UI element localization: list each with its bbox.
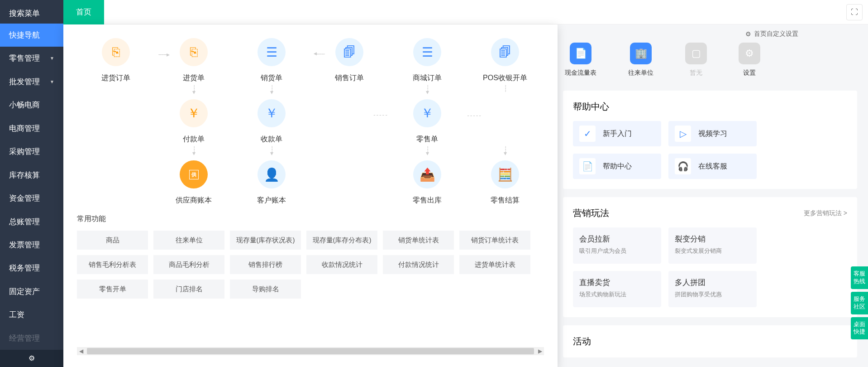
flow-node-retail-settlement[interactable]: 🧮 零售结算 [466,160,544,205]
tab-home[interactable]: 首页 [63,0,104,24]
fn-contacts[interactable]: 往来单位 [153,231,224,250]
sidebar-item-fixed-assets[interactable]: 固定资产 [0,280,63,303]
help-center[interactable]: 📄帮助中心 [573,154,661,179]
mkt-title: 裂变分销 [675,234,750,244]
tile-empty[interactable]: ▢ 暂无 [685,43,707,77]
help-newbie[interactable]: ✓新手入门 [573,121,661,146]
flow-label: 零售结算 [491,196,520,205]
badge-hotline[interactable]: 客服热线 [851,266,868,289]
flow-label: 商城订单 [413,73,442,83]
more-link[interactable]: 更多营销玩法 > [804,209,847,217]
fn-receipt-stats[interactable]: 收款情况统计 [306,255,377,274]
sidebar-item-funds[interactable]: 资金管理 [0,187,63,210]
sidebar-item-label: 经营管理 [9,333,40,343]
tile-contacts[interactable]: 🏢 往来单位 [628,43,653,77]
flow-node-pos[interactable]: 🗐 POS收银开单 [466,38,544,83]
sidebar-item-label: 固定资产 [9,286,40,297]
scroll-track[interactable] [85,347,536,355]
flow-node-customer-ledger[interactable]: 👤 客户账本 [233,160,310,205]
help-online[interactable]: 🎧在线客服 [668,154,757,179]
help-grid: ✓新手入门 ▷视频学习 📄帮助中心 🎧在线客服 [573,121,847,179]
money-icon: ￥ [413,99,441,127]
sidebar-item-label: 工资 [9,309,24,320]
tile-cashflow[interactable]: 📄 现金流量表 [565,43,596,77]
mkt-member[interactable]: 会员拉新吸引用户成为会员 [573,227,661,264]
sidebar-item-label: 资金管理 [9,193,40,203]
sidebar-item-salary[interactable]: 工资 [0,303,63,326]
sidebar-settings-button[interactable]: ⚙ [0,350,63,367]
fn-stock-dist[interactable]: 现存量(库存分布表) [306,231,377,250]
mkt-sub: 裂变式发展分销商 [675,247,750,255]
sidebar-item-operation[interactable]: 经营管理 [0,327,63,350]
flow-node-retail-outbound[interactable]: 📤 零售出库 [388,160,466,205]
flow-node-purchase-order[interactable]: ⎘ 进货订单 -----▸ [77,38,155,83]
mkt-fission[interactable]: 裂变分销裂变式发展分销商 [668,227,757,264]
mkt-group[interactable]: 多人拼团拼团购物享受优惠 [668,271,757,307]
sidebar-item-wholesale[interactable]: 批发管理▼ [0,70,63,93]
sidebar-item-retail[interactable]: 零售管理▼ [0,47,63,70]
fn-payment-stats[interactable]: 付款情况统计 [383,255,454,274]
flow-node-supplier-ledger[interactable]: 供 供应商账本 [155,160,233,205]
sidebar-item-search[interactable]: 搜索菜单 [0,0,63,24]
fn-guide-rank[interactable]: 导购排名 [230,280,301,299]
tab-label: 首页 [76,7,91,17]
sidebar-item-quicknav[interactable]: 快捷导航 [0,24,63,47]
fullscreen-button[interactable]: ⛶ [846,4,863,20]
horizontal-scrollbar[interactable]: ◀ ▶ [77,347,544,355]
flow-label: 进货订单 [101,73,130,83]
sidebar-item-ecom[interactable]: 电商管理 [0,117,63,140]
right-area: ⚙ 首页自定义设置 📄 现金流量表 🏢 往来单位 ▢ 暂无 ⚙ 设置 帮助中心 … [558,24,868,367]
tile-settings[interactable]: ⚙ 设置 [739,43,760,77]
mkt-live[interactable]: 直播卖货场景式购物新玩法 [573,271,661,307]
sidebar-item-tax[interactable]: 税务管理 [0,256,63,280]
flow-node-mall-order[interactable]: ☰ 商城订单 [388,38,466,83]
fn-profit-analysis[interactable]: 销售毛利分析表 [77,255,148,274]
list-icon: ☰ [413,38,441,66]
flow-node-sales-order[interactable]: 🗐 销售订单 [310,38,388,83]
badge-shortcut[interactable]: 桌面快捷 [851,317,868,340]
flow-label: 销货单 [261,73,282,83]
common-functions-grid: 商品 往来单位 现存量(库存状况表) 现存量(库存分布表) 销货单统计表 销货订… [77,231,544,299]
flow-node-sales-bill[interactable]: ☰ 销货单 -----▸ [233,38,310,83]
panel-marketing: 营销玩法 更多营销玩法 > 会员拉新吸引用户成为会员 裂变分销裂变式发展分销商 … [563,197,857,317]
fn-stock-status[interactable]: 现存量(库存状况表) [230,231,301,250]
fn-product[interactable]: 商品 [77,231,148,250]
help-video[interactable]: ▷视频学习 [668,121,757,146]
topbar: 首页 ⛶ [63,0,868,24]
sidebar-item-xc-ecom[interactable]: 小畅电商 [0,93,63,116]
box-icon: 📤 [413,160,441,188]
scroll-thumb[interactable] [87,348,534,354]
scroll-left-icon[interactable]: ◀ [77,347,85,355]
money-icon: ￥ [258,99,286,127]
mkt-title: 直播卖货 [579,277,655,288]
sidebar-item-inventory[interactable]: 库存核算 [0,163,63,186]
flow-node-purchase[interactable]: ⎘ 进货单 [155,38,233,83]
panel-title-label: 营销玩法 [573,207,609,219]
sidebar-item-label: 小畅电商 [9,100,40,110]
panel-title-label: 活动 [573,335,591,348]
topbar-right: ⛶ [846,4,863,20]
doc-in-icon: ⎘ [102,38,130,66]
flow-node-receipt[interactable]: ￥ 收款单 [233,99,310,144]
sidebar-item-purchase[interactable]: 采购管理 [0,140,63,163]
placeholder-icon: ▢ [685,43,707,64]
sidebar-item-invoice[interactable]: 发票管理 [0,233,63,256]
mkt-title: 会员拉新 [579,234,655,244]
flow-node-payment[interactable]: ￥ 付款单 [155,99,233,144]
custom-settings-link[interactable]: ⚙ 首页自定义设置 [563,30,857,38]
panel-title: 活动 [573,335,847,348]
fn-retail-open[interactable]: 零售开单 [77,280,148,299]
fn-sales-rank[interactable]: 销售排行榜 [230,255,301,274]
fn-purchase-stats[interactable]: 进货单统计表 [459,255,530,274]
sidebar-item-label: 搜索菜单 [9,8,40,19]
badge-community[interactable]: 服务社区 [851,292,868,314]
fn-product-profit[interactable]: 商品毛利分析 [153,255,224,274]
sidebar-item-ledger[interactable]: 总账管理 [0,210,63,233]
scroll-right-icon[interactable]: ▶ [536,347,544,355]
fn-sales-stats[interactable]: 销货单统计表 [383,231,454,250]
flow-node-retail[interactable]: ￥ 零售单 - - - - - - - - - - [388,99,466,144]
fn-store-rank[interactable]: 门店排名 [153,280,224,299]
sidebar-item-label: 发票管理 [9,240,40,250]
fn-order-stats[interactable]: 销货订单统计表 [459,231,530,250]
sidebar-item-label: 快捷导航 [9,30,40,40]
